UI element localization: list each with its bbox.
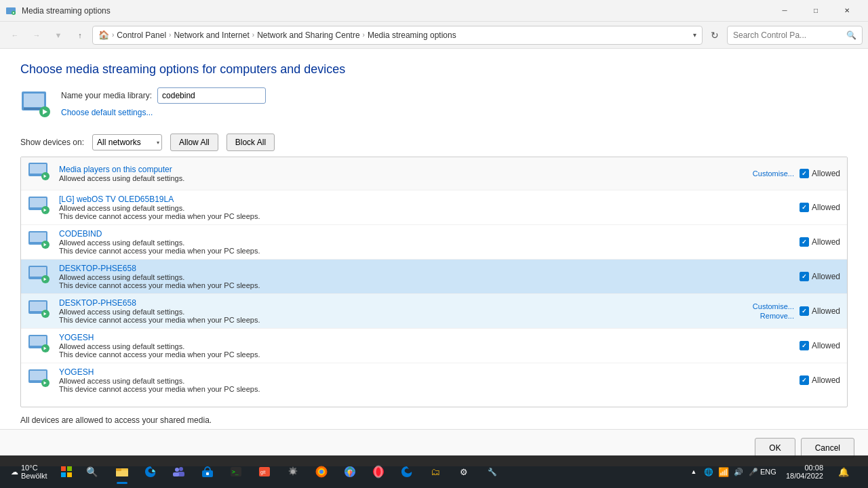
taskbar-edge[interactable] xyxy=(137,458,164,485)
taskbar-store[interactable] xyxy=(194,458,221,485)
up-button[interactable]: ↑ xyxy=(71,26,90,45)
taskbar-edge2[interactable] xyxy=(393,458,420,485)
allowed-label: Allowed xyxy=(812,237,840,247)
svg-rect-25 xyxy=(30,302,46,311)
customise-link[interactable]: Customise... xyxy=(753,302,794,310)
device-actions: Customise... xyxy=(753,169,794,178)
svg-rect-42 xyxy=(116,468,121,471)
notification-button[interactable]: 🔔 xyxy=(830,458,857,485)
device-allowed: Allowed xyxy=(800,341,840,350)
allowed-label: Allowed xyxy=(812,169,840,178)
device-info: [LG] webOS TV OLED65B19LA Allowed access… xyxy=(59,195,800,220)
device-info: YOGESH Allowed access using default sett… xyxy=(59,367,800,393)
device-name[interactable]: DESKTOP-PHSE658 xyxy=(59,264,800,273)
taskbar-settings2[interactable]: ⚙ xyxy=(450,458,477,485)
svg-point-45 xyxy=(175,468,179,472)
breadcrumb-current: Media streaming options xyxy=(368,30,456,40)
show-devices-select[interactable]: All networks Local network Internet xyxy=(92,134,162,150)
search-input[interactable] xyxy=(733,30,844,40)
svg-rect-38 xyxy=(61,472,66,477)
device-allowed: Allowed xyxy=(800,169,840,178)
block-all-button[interactable]: Block All xyxy=(226,134,275,151)
recent-button[interactable]: ▼ xyxy=(49,26,68,45)
page-title: Choose media streaming options for compu… xyxy=(20,62,848,77)
device-icon xyxy=(28,333,52,358)
taskbar-teams[interactable] xyxy=(165,458,193,485)
maximize-button[interactable]: □ xyxy=(800,0,831,22)
microphone-icon[interactable]: 🎤 xyxy=(748,466,759,477)
network-icon[interactable]: 🌐 xyxy=(703,466,714,477)
device-name[interactable]: CODEBIND xyxy=(59,229,800,239)
breadcrumb-network-sharing[interactable]: Network and Sharing Centre xyxy=(257,30,359,40)
content-area: Choose media streaming options for compu… xyxy=(0,49,868,429)
allowed-checkbox[interactable] xyxy=(800,306,809,316)
show-devices-select-wrapper: All networks Local network Internet ▾ xyxy=(92,134,162,150)
allowed-checkbox[interactable] xyxy=(800,272,809,281)
close-button[interactable]: ✕ xyxy=(831,0,863,22)
device-name[interactable]: Media players on this computer xyxy=(59,165,753,174)
library-name-row: Name your media library: xyxy=(61,87,266,104)
allow-all-button[interactable]: Allow All xyxy=(170,134,218,151)
library-name-input[interactable] xyxy=(157,87,266,104)
start-button[interactable] xyxy=(54,460,79,484)
remove-link[interactable]: Remove... xyxy=(760,312,794,320)
tray-expand-icon[interactable]: ▲ xyxy=(688,466,699,477)
forward-button[interactable]: → xyxy=(27,26,46,45)
back-button[interactable]: ← xyxy=(5,26,24,45)
weather-widget[interactable]: ☁ 10°C Bewölkt xyxy=(5,461,53,483)
allowed-checkbox[interactable] xyxy=(800,237,809,247)
language-indicator[interactable]: ENG xyxy=(763,466,774,477)
taskbar-clock[interactable]: 00:08 18/04/2022 xyxy=(781,464,829,480)
device-name[interactable]: [LG] webOS TV OLED65B19LA xyxy=(59,195,800,204)
wifi-icon[interactable]: 📶 xyxy=(718,466,729,477)
allowed-checkbox[interactable] xyxy=(800,169,809,178)
device-icon xyxy=(28,161,52,186)
taskbar-opera[interactable] xyxy=(365,458,392,485)
taskbar-search-button[interactable]: 🔍 xyxy=(80,460,104,484)
allowed-label: Allowed xyxy=(812,341,840,350)
device-item: CODEBIND Allowed access using default se… xyxy=(21,225,847,260)
taskbar-tray[interactable]: 🔧 xyxy=(479,458,506,485)
device-name[interactable]: YOGESH xyxy=(59,333,800,342)
refresh-button[interactable]: ↻ xyxy=(705,26,724,45)
allowed-checkbox[interactable] xyxy=(800,375,809,385)
device-status: Allowed access using default settings. xyxy=(59,174,753,182)
show-devices-label: Show devices on: xyxy=(20,138,84,147)
taskbar-chrome[interactable] xyxy=(336,458,363,485)
minimize-button[interactable]: ─ xyxy=(769,0,800,22)
svg-text:git: git xyxy=(260,470,265,475)
taskbar-explorer[interactable] xyxy=(108,458,136,485)
breadcrumb-control-panel[interactable]: Control Panel xyxy=(117,30,166,40)
device-info: Media players on this computer Allowed a… xyxy=(59,165,753,182)
device-sleep: This device cannot access your media whe… xyxy=(59,350,800,359)
allowed-checkbox[interactable] xyxy=(800,341,809,350)
show-desktop-button[interactable] xyxy=(859,458,863,485)
device-allowed: Allowed xyxy=(800,306,840,316)
unknown-icon: 🗂 xyxy=(431,466,440,477)
taskbar-terminal[interactable]: >_ xyxy=(222,458,250,485)
search-icon[interactable]: 🔍 xyxy=(846,30,856,40)
taskbar-browser[interactable] xyxy=(308,458,335,485)
device-name[interactable]: YOGESH xyxy=(59,367,800,377)
taskbar-unknown[interactable]: 🗂 xyxy=(422,458,449,485)
address-dropdown-icon[interactable]: ▾ xyxy=(693,31,696,39)
taskbar-settings[interactable] xyxy=(279,458,307,485)
device-name[interactable]: DESKTOP-PHSE658 xyxy=(59,298,753,308)
svg-rect-9 xyxy=(30,164,46,174)
svg-rect-46 xyxy=(173,472,179,476)
device-item: [LG] webOS TV OLED65B19LA Allowed access… xyxy=(21,190,847,225)
svg-point-56 xyxy=(319,470,323,474)
window-title: Media streaming options xyxy=(22,6,769,16)
device-sleep: This device cannot access your media whe… xyxy=(59,281,800,289)
device-info: CODEBIND Allowed access using default se… xyxy=(59,229,800,255)
device-info: DESKTOP-PHSE658 Allowed access using def… xyxy=(59,264,800,289)
device-allowed: Allowed xyxy=(800,375,840,385)
customise-link[interactable]: Customise... xyxy=(753,169,794,178)
volume-icon[interactable]: 🔊 xyxy=(733,466,744,477)
choose-defaults-link[interactable]: Choose default settings... xyxy=(61,108,266,117)
breadcrumb-network-internet[interactable]: Network and Internet xyxy=(174,30,249,40)
svg-rect-36 xyxy=(61,466,66,471)
taskbar-git[interactable]: git xyxy=(251,458,278,485)
search-bar: 🔍 xyxy=(727,26,863,45)
allowed-checkbox[interactable] xyxy=(800,203,809,212)
